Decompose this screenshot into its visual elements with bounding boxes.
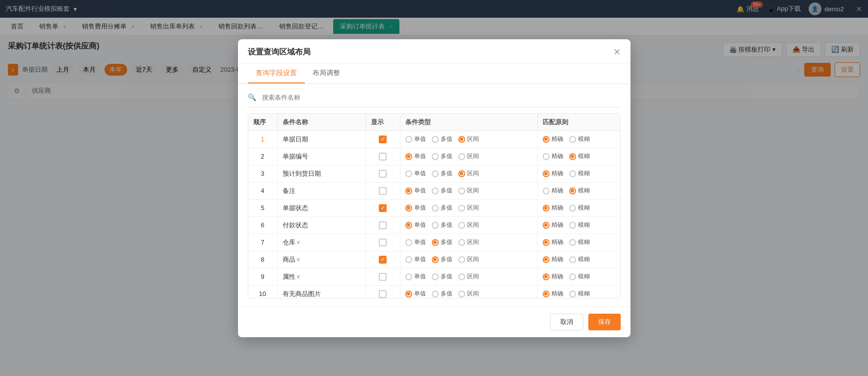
dialog-title: 设置查询区域布局 <box>248 47 311 57</box>
settings-dialog: 设置查询区域布局 ✕ 查询字段设置 布局调整 🔍 顺序 条件名称 显示 条件类型 <box>238 39 631 106</box>
dialog-header: 设置查询区域布局 ✕ <box>238 39 631 64</box>
modal-overlay: 设置查询区域布局 ✕ 查询字段设置 布局调整 🔍 顺序 条件名称 显示 条件类型 <box>0 0 868 106</box>
dialog-close-button[interactable]: ✕ <box>613 48 621 56</box>
tab-layout-adjust[interactable]: 布局调整 <box>305 64 348 83</box>
search-input[interactable] <box>258 92 621 103</box>
tab-query-fields[interactable]: 查询字段设置 <box>248 64 305 83</box>
search-icon: 🔍 <box>248 93 256 101</box>
dialog-tabs: 查询字段设置 布局调整 <box>238 64 631 84</box>
dialog-body: 🔍 顺序 条件名称 显示 条件类型 匹配原则 1 单据日期 <box>238 84 631 106</box>
search-bar: 🔍 <box>248 92 621 106</box>
